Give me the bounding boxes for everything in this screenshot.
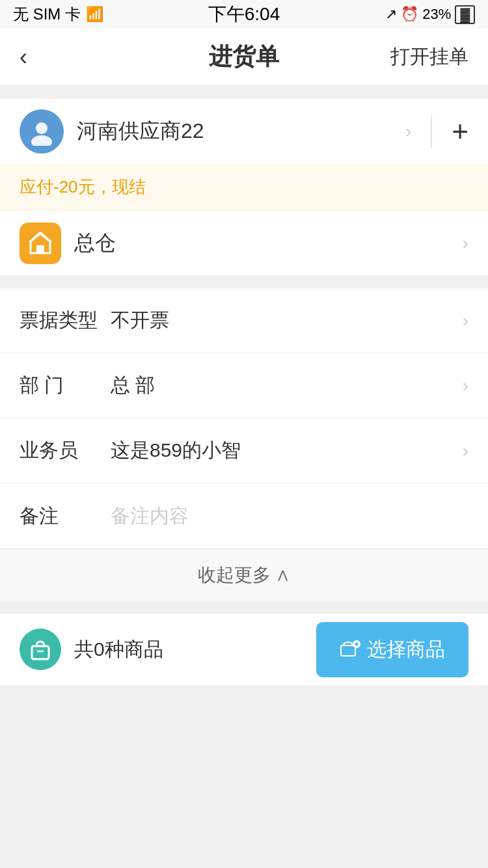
select-product-label: 选择商品 bbox=[367, 636, 445, 663]
department-row[interactable]: 部 门 总 部 › bbox=[0, 353, 488, 418]
shopping-bag-icon bbox=[28, 637, 53, 662]
location-icon: ↗ bbox=[385, 6, 397, 23]
svg-point-0 bbox=[36, 122, 47, 134]
bottom-bar: 共0种商品 选择商品 bbox=[0, 614, 488, 685]
svg-point-1 bbox=[31, 135, 52, 146]
house-icon bbox=[28, 231, 53, 256]
open-pending-button[interactable]: 打开挂单 bbox=[390, 44, 468, 70]
cart-icon bbox=[340, 640, 360, 658]
invoice-type-value: 不开票 bbox=[111, 307, 463, 334]
svg-rect-8 bbox=[341, 645, 355, 656]
remark-row[interactable]: 备注 备注内容 bbox=[0, 483, 488, 549]
supplier-section: 河南供应商22 › + 应付-20元，现结 总仓 › bbox=[0, 99, 488, 275]
remark-label: 备注 bbox=[20, 503, 98, 530]
carrier-text: 无 SIM 卡 bbox=[13, 4, 81, 25]
product-count-text: 共0种商品 bbox=[74, 636, 316, 663]
warehouse-icon bbox=[20, 223, 61, 264]
wifi-icon: 📶 bbox=[86, 6, 103, 23]
user-icon bbox=[27, 117, 56, 146]
supplier-avatar bbox=[20, 109, 64, 154]
status-bar: 无 SIM 卡 📶 下午6:04 ↗ ⏰ 23% ▓ bbox=[0, 0, 488, 29]
salesperson-chevron: › bbox=[463, 441, 468, 461]
svg-marker-4 bbox=[29, 232, 40, 242]
salesperson-label: 业务员 bbox=[20, 437, 98, 464]
alarm-icon: ⏰ bbox=[401, 6, 418, 23]
supplier-row[interactable]: 河南供应商22 › + bbox=[0, 99, 488, 164]
invoice-type-row[interactable]: 票据类型 不开票 › bbox=[0, 288, 488, 353]
nav-bar: ‹ 进货单 打开挂单 bbox=[0, 29, 488, 86]
form-section: 票据类型 不开票 › 部 门 总 部 › 业务员 这是859的小智 › 备注 备… bbox=[0, 288, 488, 549]
page-background bbox=[0, 685, 488, 868]
warehouse-row[interactable]: 总仓 › bbox=[0, 210, 488, 275]
remark-placeholder: 备注内容 bbox=[111, 503, 468, 530]
supplier-divider bbox=[431, 115, 432, 148]
salesperson-row[interactable]: 业务员 这是859的小智 › bbox=[0, 418, 488, 483]
status-right: ↗ ⏰ 23% ▓ bbox=[385, 5, 475, 24]
supplier-name: 河南供应商22 bbox=[77, 117, 405, 146]
status-carrier: 无 SIM 卡 📶 bbox=[13, 4, 103, 25]
supplier-chevron-icon: › bbox=[405, 121, 411, 142]
salesperson-value: 这是859的小智 bbox=[111, 437, 463, 464]
collapse-label: 收起更多 ∧ bbox=[198, 563, 291, 588]
department-value: 总 部 bbox=[111, 372, 463, 399]
battery-text: 23% bbox=[422, 6, 451, 23]
svg-rect-6 bbox=[32, 646, 49, 659]
svg-marker-5 bbox=[40, 232, 51, 242]
page-title: 进货单 bbox=[209, 41, 279, 73]
collapse-row[interactable]: 收起更多 ∧ bbox=[0, 549, 488, 601]
product-count-icon bbox=[20, 629, 61, 670]
select-product-button[interactable]: 选择商品 bbox=[316, 622, 468, 677]
status-time: 下午6:04 bbox=[208, 2, 280, 27]
back-button[interactable]: ‹ bbox=[20, 44, 27, 71]
notice-bar: 应付-20元，现结 bbox=[0, 164, 488, 210]
gap1 bbox=[0, 86, 488, 99]
invoice-type-chevron: › bbox=[463, 310, 468, 331]
add-supplier-button[interactable]: + bbox=[452, 117, 468, 146]
battery-icon: ▓ bbox=[455, 5, 475, 24]
department-chevron: › bbox=[463, 375, 468, 396]
warehouse-chevron-icon: › bbox=[463, 233, 468, 254]
supplier-actions: › + bbox=[405, 115, 468, 148]
notice-text: 应付-20元，现结 bbox=[20, 177, 146, 197]
department-label: 部 门 bbox=[20, 372, 98, 399]
svg-rect-3 bbox=[36, 245, 44, 253]
invoice-type-label: 票据类型 bbox=[20, 307, 98, 334]
warehouse-name: 总仓 bbox=[74, 229, 463, 258]
